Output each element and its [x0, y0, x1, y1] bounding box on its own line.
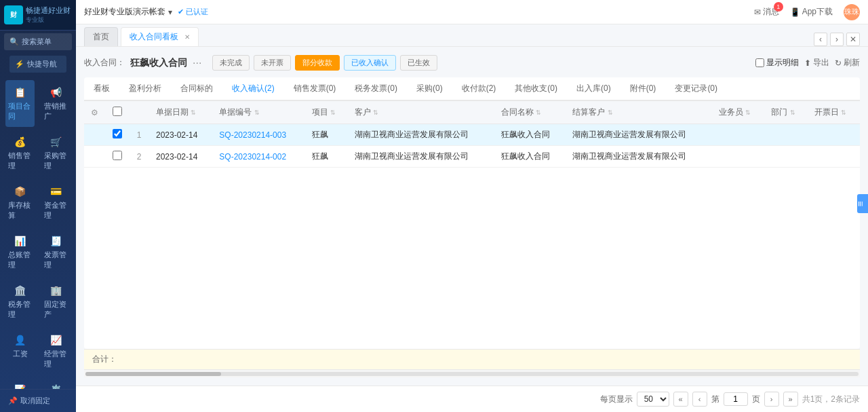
contract-more-button[interactable]: ···: [193, 57, 201, 69]
sidebar-item-sales[interactable]: 💰 销售管理: [5, 130, 35, 176]
hr-icon: 👤: [14, 333, 27, 347]
unpin-button[interactable]: 📌 取消固定: [3, 392, 73, 409]
inner-tab-attachment[interactable]: 附件(0): [620, 77, 666, 101]
sidebar-item-marketing[interactable]: 📢 营销推广: [41, 80, 71, 127]
prev-page-button[interactable]: ‹: [692, 392, 707, 407]
quick-nav-button[interactable]: ⚡ 快捷导航: [9, 56, 66, 73]
row2-no: SQ-20230214-002: [212, 146, 304, 168]
status-btn-partial[interactable]: 部分收款: [295, 55, 340, 71]
row1-salesperson: [712, 124, 764, 146]
message-button[interactable]: ✉ 消息 1: [754, 6, 779, 18]
app-download-button[interactable]: 📱 App下载: [790, 6, 833, 18]
invoice-icon: 🧾: [50, 234, 63, 248]
export-button[interactable]: ⬆ 导出: [804, 57, 829, 69]
row2-check[interactable]: [113, 151, 122, 160]
col-date[interactable]: 单据日期 ⇅: [149, 101, 212, 124]
status-btn-uninvoiced[interactable]: 未开票: [254, 55, 291, 71]
tax-icon: 🏛️: [14, 284, 27, 297]
search-menu-button[interactable]: 🔍 搜索菜单: [4, 33, 72, 50]
table-header-row: ⚙ 单据日期 ⇅ 单据编号 ⇅: [84, 101, 860, 124]
page-number-input[interactable]: [724, 392, 748, 406]
first-page-button[interactable]: «: [673, 392, 688, 407]
col-billdate[interactable]: 开票日 ⇅: [808, 101, 860, 124]
sidebar-item-general[interactable]: 📊 总账管理: [5, 229, 35, 276]
sidebar-item-tax[interactable]: 🏛️ 税务管理: [5, 278, 35, 325]
inner-tab-sales-invoice[interactable]: 销售发票(0): [284, 77, 346, 101]
tab-close-icon[interactable]: ✕: [184, 33, 190, 41]
sidebar-item-inventory[interactable]: 📦 库存核算: [5, 179, 35, 226]
scrollbar-track: [85, 372, 859, 376]
inner-tab-warehouse[interactable]: 出入库(0): [567, 77, 620, 101]
tab-home[interactable]: 首页: [84, 27, 118, 46]
inner-tab-income[interactable]: 收入确认(2): [222, 77, 284, 101]
table-row[interactable]: 1 2023-02-14 SQ-20230214-003 狂飙 湖南卫视商业运营…: [84, 124, 860, 146]
basic-icon: ⚙️: [50, 383, 63, 389]
col-no[interactable]: 单据编号 ⇅: [212, 101, 304, 124]
inner-tab-tax-invoice[interactable]: 税务发票(0): [345, 77, 407, 101]
table-row[interactable]: 2 2023-02-14 SQ-20230214-002 狂飙 湖南卫视商业运营…: [84, 146, 860, 168]
right-panel-toggle[interactable]: ≡: [857, 194, 868, 213]
sort-no-icon: ⇅: [254, 109, 260, 116]
inner-tab-subject[interactable]: 合同标的: [171, 77, 222, 101]
user-menu-button[interactable]: 珠珠: [844, 4, 860, 20]
tab-prev-arrow[interactable]: ‹: [814, 33, 827, 46]
sidebar-item-reports[interactable]: 📝 小畅报告: [5, 377, 35, 389]
status-btn-effective[interactable]: 已生效: [400, 55, 437, 71]
inner-tab-profit[interactable]: 盈利分析: [119, 77, 171, 101]
sidebar-item-ops[interactable]: 📈 经营管理: [41, 328, 71, 375]
col-salesperson[interactable]: 业务员 ⇅: [712, 101, 764, 124]
detail-checkbox-input[interactable]: [755, 58, 764, 67]
col-contract-name[interactable]: 合同名称 ⇅: [494, 101, 566, 124]
col-settings[interactable]: ⚙: [84, 101, 106, 124]
row1-check[interactable]: [113, 129, 122, 138]
contract-header: 收入合同： 狂飙收入合同 ··· 未完成 未开票 部分收款 已收入确认 已生效 …: [84, 55, 860, 71]
col-customer[interactable]: 客户 ⇅: [348, 101, 494, 124]
sales-icon: 💰: [14, 135, 27, 149]
sidebar-item-basic[interactable]: ⚙️ 基础信息: [41, 377, 71, 389]
col-settlement[interactable]: 结算客户 ⇅: [566, 101, 712, 124]
inner-tab-board[interactable]: 看板: [84, 77, 119, 101]
sidebar-item-fixed-assets[interactable]: 🏢 固定资产: [41, 278, 71, 325]
tab-contract-board[interactable]: 收入合同看板 ✕: [121, 27, 199, 46]
col-department[interactable]: 部门 ⇅: [764, 101, 807, 124]
settings-gear-icon[interactable]: ⚙: [91, 108, 98, 117]
status-btn-confirmed[interactable]: 已收入确认: [344, 55, 396, 71]
main-area: 好业财专业版演示帐套 ▾ ✔ 已认证 ✉ 消息 1 📱 App下载 珠珠: [76, 0, 868, 412]
tab-close-all[interactable]: ✕: [846, 33, 860, 46]
inner-tab-changes[interactable]: 变更记录(0): [665, 77, 727, 101]
refresh-button[interactable]: ↻ 刷新: [835, 57, 860, 69]
reports-icon: 📝: [14, 383, 27, 389]
next-page-button[interactable]: ›: [764, 392, 779, 407]
status-buttons: 未完成 未开票 部分收款 已收入确认 已生效: [212, 55, 437, 71]
fixed-assets-icon: 🏢: [50, 284, 63, 297]
sidebar-item-funds[interactable]: 💳 资金管理: [41, 179, 71, 226]
row1-checkbox: [106, 124, 129, 146]
scrollbar-thumb[interactable]: [85, 372, 221, 376]
row1-date: 2023-02-14: [149, 124, 212, 146]
row2-no-link[interactable]: SQ-20230214-002: [219, 152, 286, 162]
inner-tab-purchase[interactable]: 采购(0): [407, 77, 452, 101]
sidebar-item-label-funds: 资金管理: [44, 200, 68, 221]
page-size-select[interactable]: 50: [637, 392, 669, 407]
sidebar-item-hr[interactable]: 👤 工资: [5, 328, 35, 375]
sidebar-item-invoice[interactable]: 🧾 发票管理: [41, 229, 71, 276]
topbar-left: 好业财专业版演示帐套 ▾ ✔ 已认证: [84, 6, 208, 18]
display-detail-checkbox[interactable]: 显示明细: [755, 57, 799, 69]
col-project[interactable]: 项目 ⇅: [305, 101, 348, 124]
pagination: 每页显示 50 « ‹ 第 页 › » 共1页，2条记录: [76, 386, 868, 412]
sidebar-item-project[interactable]: 📋 项目合同: [5, 80, 35, 127]
inner-tab-payment[interactable]: 收付款(2): [452, 77, 506, 101]
content-area: 收入合同： 狂飙收入合同 ··· 未完成 未开票 部分收款 已收入确认 已生效 …: [76, 47, 868, 386]
status-btn-incomplete[interactable]: 未完成: [212, 55, 250, 71]
horizontal-scrollbar[interactable]: [84, 369, 860, 377]
topbar-right: ✉ 消息 1 📱 App下载 珠珠: [754, 4, 860, 20]
select-all-checkbox[interactable]: [113, 107, 122, 116]
sort-dept-icon: ⇅: [790, 109, 795, 116]
company-selector[interactable]: 好业财专业版演示帐套 ▾: [84, 6, 172, 18]
last-page-button[interactable]: »: [783, 392, 798, 407]
sidebar-item-purchase[interactable]: 🛒 采购管理: [41, 130, 71, 176]
tab-next-arrow[interactable]: ›: [830, 33, 844, 46]
inner-tab-other[interactable]: 其他收支(0): [505, 77, 567, 101]
row1-no-link[interactable]: SQ-20230214-003: [219, 130, 286, 140]
tabbar: 首页 收入合同看板 ✕ ‹ › ✕: [76, 24, 868, 47]
